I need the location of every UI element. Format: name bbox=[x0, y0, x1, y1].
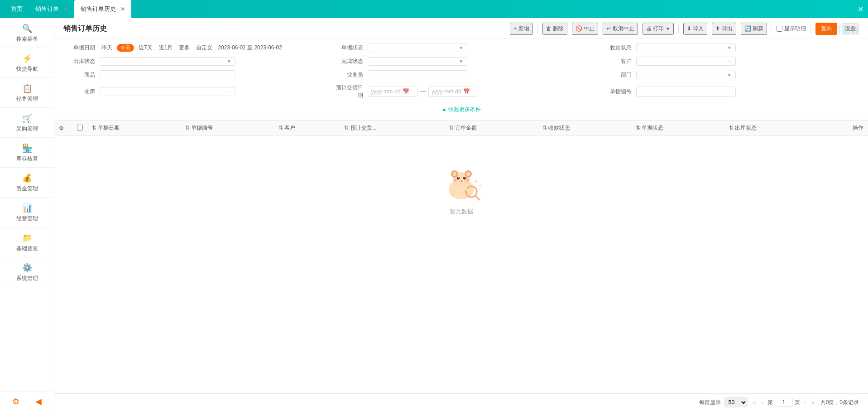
sidebar: 🔍 搜索菜单 ⚡ 快捷导航 📋 销售管理 🛒 采购管理 🏪 库存核算 💰 资金管… bbox=[0, 18, 54, 411]
tab-sales-order-history-close[interactable]: ✕ bbox=[120, 6, 125, 12]
content-area: 销售订单历史 + 新增 🗑 删除 🚫 中止 ↩ 取消中止 🖨 打印 ▼ bbox=[54, 18, 868, 411]
sidebar-settings-icon[interactable]: ⚙ bbox=[12, 396, 19, 406]
goods-input[interactable]: ··· bbox=[100, 70, 235, 79]
empty-state: ✦ ✦ 暂无数据 bbox=[59, 140, 863, 243]
customer-more-icon: ··· bbox=[727, 58, 731, 64]
cancel-stop-button[interactable]: ↩ 取消中止 bbox=[603, 23, 638, 35]
shortcut-today[interactable]: 今天 bbox=[117, 44, 134, 52]
tab-home[interactable]: 首页 bbox=[5, 0, 29, 18]
search-menu-icon: 🔍 bbox=[22, 24, 32, 34]
action-divider-2 bbox=[678, 25, 679, 33]
salesperson-input[interactable]: ··· bbox=[368, 70, 467, 79]
filter-salesperson-section: 业务员 ··· bbox=[322, 70, 590, 79]
goods-label: 商品 bbox=[63, 71, 100, 79]
sidebar-item-operations[interactable]: 📊 经营管理 bbox=[0, 198, 54, 227]
salesperson-more-icon: ··· bbox=[459, 72, 463, 77]
th-delivery-status[interactable]: ⇅ 出库状态 bbox=[724, 121, 818, 136]
delivery-date-start-input[interactable]: yyyy-mm-dd 📅 bbox=[368, 87, 417, 97]
th-checkbox[interactable] bbox=[72, 121, 87, 136]
sidebar-collapse-icon[interactable]: ◀ bbox=[35, 396, 42, 406]
order-no-label: 单据编号 bbox=[600, 88, 636, 96]
shortcut-more[interactable]: 更多 bbox=[177, 44, 192, 52]
th-order-status[interactable]: ⇅ 单据状态 bbox=[631, 121, 724, 136]
sidebar-item-inventory[interactable]: 🏪 库存核算 bbox=[0, 138, 54, 168]
tab-sales-order[interactable]: 销售订单 ✕ bbox=[29, 0, 74, 18]
header-actions: + 新增 🗑 删除 🚫 中止 ↩ 取消中止 🖨 打印 ▼ bbox=[510, 23, 859, 35]
th-settings[interactable]: ⚙ bbox=[54, 121, 72, 136]
complete-status-label: 完成状态 bbox=[331, 58, 368, 65]
next-page-btn[interactable]: › bbox=[802, 398, 808, 407]
svg-text:✦: ✦ bbox=[479, 184, 482, 188]
filter-delivery-date-section: 预计交货日期 yyyy-mm-dd 📅 — yyyy-mm-dd 📅 bbox=[322, 84, 590, 99]
first-page-btn[interactable]: « bbox=[751, 398, 758, 407]
page-size-select[interactable]: 50 10 20 100 bbox=[724, 397, 748, 407]
sys-mgmt-icon: ⚙️ bbox=[22, 263, 32, 273]
svg-point-10 bbox=[460, 180, 463, 182]
th-customer[interactable]: ⇅ 客户 bbox=[274, 121, 340, 136]
tab-sales-order-history[interactable]: 销售订单历史 ✕ bbox=[74, 0, 131, 18]
select-all-checkbox[interactable] bbox=[77, 125, 83, 131]
last-page-btn[interactable]: » bbox=[810, 398, 817, 407]
warehouse-input[interactable]: ··· bbox=[100, 87, 235, 96]
refresh-button[interactable]: 🔄 刷新 bbox=[741, 23, 767, 35]
sidebar-item-sys-mgmt[interactable]: ⚙️ 系统管理 bbox=[0, 257, 54, 287]
date-range-separator: — bbox=[417, 88, 428, 95]
warehouse-label: 仓库 bbox=[63, 88, 100, 96]
sidebar-item-search-menu[interactable]: 🔍 搜索菜单 bbox=[0, 18, 54, 48]
order-status-select[interactable]: ▼ bbox=[368, 44, 467, 52]
finance-icon: 💰 bbox=[22, 173, 32, 183]
shortcut-custom[interactable]: 自定义 bbox=[194, 44, 214, 52]
sidebar-item-purchase-mgmt[interactable]: 🛒 采购管理 bbox=[0, 108, 54, 138]
svg-point-12 bbox=[465, 179, 470, 182]
delivery-date-label: 预计交货日期 bbox=[331, 84, 368, 99]
topbar-close-btn[interactable]: ✕ bbox=[858, 5, 863, 14]
svg-text:✦: ✦ bbox=[474, 179, 478, 184]
th-payment-status[interactable]: ⇅ 收款状态 bbox=[538, 121, 631, 136]
department-select[interactable]: ▼ bbox=[636, 71, 736, 79]
display-toggle[interactable]: 显示明细 bbox=[777, 25, 806, 33]
page-input[interactable] bbox=[775, 398, 793, 407]
query-button[interactable]: 查询 bbox=[815, 23, 837, 35]
th-order-no[interactable]: ⇅ 单据编号 bbox=[181, 121, 274, 136]
import-button[interactable]: ⬇ 导入 bbox=[683, 23, 707, 35]
date-shortcuts: 昨天 今天 近7天 近1月 更多 自定义 bbox=[100, 44, 214, 52]
th-delivery-date[interactable]: ⇅ 预计交货... bbox=[340, 121, 444, 136]
filter-order-no-section: 单据编号 bbox=[591, 84, 859, 99]
salesperson-label: 业务员 bbox=[331, 71, 368, 79]
sidebar-item-finance[interactable]: 💰 资金管理 bbox=[0, 168, 54, 198]
print-button[interactable]: 🖨 打印 ▼ bbox=[643, 23, 674, 35]
svg-point-9 bbox=[465, 177, 465, 178]
tab-sales-order-close[interactable]: ✕ bbox=[63, 6, 68, 12]
delivery-date-end-input[interactable]: yyyy-mm-dd 📅 bbox=[428, 87, 478, 97]
payment-status-label: 收款状态 bbox=[600, 44, 636, 52]
base-info-icon: 📁 bbox=[22, 233, 32, 243]
delete-button[interactable]: 🗑 删除 bbox=[542, 23, 567, 35]
settings-button[interactable]: 设置 bbox=[842, 23, 859, 34]
svg-point-11 bbox=[453, 179, 457, 182]
collapse-btn[interactable]: ▲ 收起更多条件 bbox=[63, 104, 859, 115]
prev-page-btn[interactable]: ‹ bbox=[760, 398, 766, 407]
shortcut-7days[interactable]: 近7天 bbox=[137, 44, 154, 52]
order-no-input[interactable] bbox=[636, 87, 736, 97]
empty-row: ✦ ✦ 暂无数据 bbox=[54, 136, 868, 247]
quick-nav-icon: ⚡ bbox=[22, 53, 32, 63]
export-button[interactable]: ⬆ 导出 bbox=[712, 23, 736, 35]
stop-button[interactable]: 🚫 中止 bbox=[572, 23, 598, 35]
payment-status-select[interactable]: ▼ bbox=[636, 44, 736, 52]
shortcut-yesterday[interactable]: 昨天 bbox=[100, 44, 114, 52]
sidebar-item-quick-nav[interactable]: ⚡ 快捷导航 bbox=[0, 48, 54, 78]
sidebar-item-base-info[interactable]: 📁 基础信息 bbox=[0, 227, 54, 257]
svg-point-4 bbox=[453, 172, 456, 176]
th-amount[interactable]: ⇅ 订单金额 bbox=[445, 121, 538, 136]
page-nav: « ‹ 第 页 › » bbox=[751, 398, 817, 407]
th-date-label: ⇅ 单据日期 bbox=[92, 125, 120, 131]
customer-input[interactable]: ··· bbox=[636, 57, 736, 66]
new-button[interactable]: + 新增 bbox=[510, 23, 532, 35]
th-date[interactable]: ⇅ 单据日期 bbox=[87, 121, 181, 136]
complete-status-select[interactable]: ▼ bbox=[368, 57, 467, 66]
sidebar-item-sales-mgmt[interactable]: 📋 销售管理 bbox=[0, 78, 54, 108]
delivery-status-select[interactable]: ▼ bbox=[100, 57, 235, 66]
display-toggle-checkbox[interactable] bbox=[777, 26, 782, 32]
shortcut-1month[interactable]: 近1月 bbox=[157, 44, 175, 52]
filter-warehouse-section: 仓库 ··· bbox=[63, 84, 322, 99]
